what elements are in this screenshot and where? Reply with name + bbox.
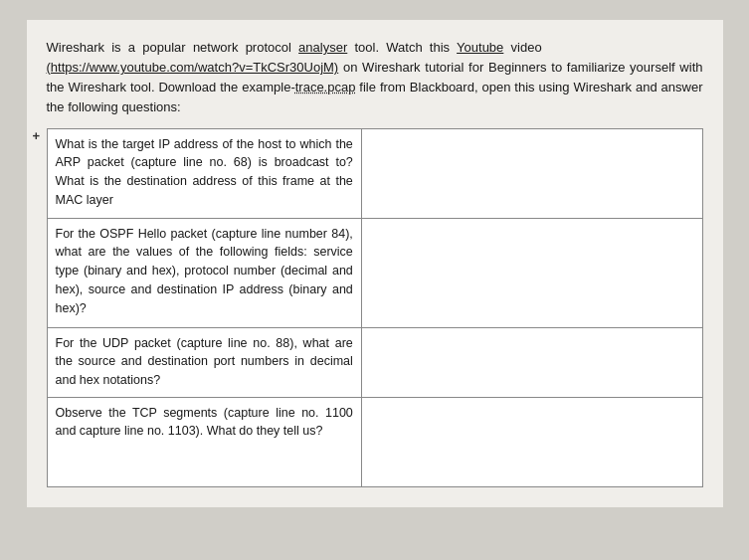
question-1-cell: What is the target IP address of the hos…: [47, 128, 361, 218]
answer-3-cell[interactable]: [361, 327, 702, 397]
answer-4-cell[interactable]: [361, 397, 702, 486]
table-row: For the UDP packet (capture line no. 88)…: [47, 327, 702, 397]
table-row: For the OSPF Hello packet (capture line …: [47, 218, 702, 327]
analyser-link[interactable]: analyser: [298, 40, 347, 55]
youtube-url-link[interactable]: (https://www.youtube.com/watch?v=TkCSr30…: [47, 60, 339, 75]
question-2-text: For the OSPF Hello packet (capture line …: [56, 227, 353, 315]
intro-paragraph: Wireshark is a popular network protocol …: [47, 38, 703, 118]
answer-2-cell[interactable]: [361, 218, 702, 327]
answer-1-cell[interactable]: [361, 128, 702, 218]
question-1-text: What is the target IP address of the hos…: [56, 137, 353, 207]
youtube-link[interactable]: Youtube: [457, 40, 503, 55]
question-3-text: For the UDP packet (capture line no. 88)…: [56, 336, 353, 388]
question-4-text: Observe the TCP segments (capture line n…: [56, 406, 353, 439]
question-2-cell: For the OSPF Hello packet (capture line …: [47, 218, 361, 327]
question-3-cell: For the UDP packet (capture line no. 88)…: [47, 327, 361, 397]
table-row: Observe the TCP segments (capture line n…: [47, 397, 702, 486]
table-wrapper: + What is the target IP address of the h…: [47, 128, 703, 487]
question-4-cell: Observe the TCP segments (capture line n…: [47, 397, 361, 486]
expand-icon[interactable]: +: [33, 128, 41, 143]
page-container: Wireshark is a popular network protocol …: [27, 20, 723, 507]
trace-pcap-label: trace.pcap: [295, 80, 356, 94]
table-row: What is the target IP address of the hos…: [47, 128, 702, 218]
questions-table: What is the target IP address of the hos…: [47, 128, 703, 487]
